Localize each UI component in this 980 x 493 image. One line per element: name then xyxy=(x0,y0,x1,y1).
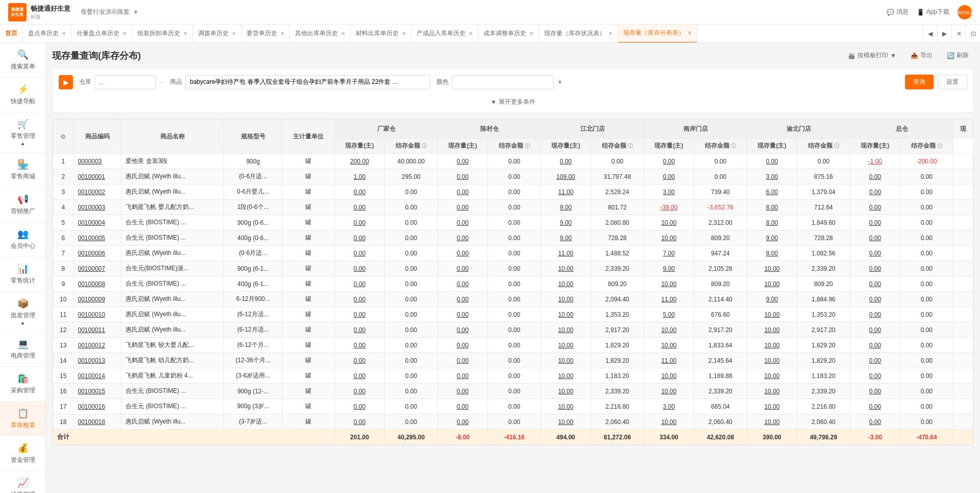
query-btn[interactable]: 查询 xyxy=(905,75,934,89)
cell-total-qty[interactable]: 0.00 xyxy=(850,261,900,276)
cell-yb-qty[interactable]: 10.00 xyxy=(747,261,797,276)
sidebar-item-4[interactable]: 📢 营销推广 xyxy=(0,187,45,222)
tab-close-icon[interactable]: ✕ xyxy=(232,31,236,36)
cell-jb-qty[interactable]: 10.00 xyxy=(541,399,591,414)
cell-cc-qty[interactable]: 0.00 xyxy=(438,184,487,200)
cell-yb-qty[interactable]: 0.00 xyxy=(747,154,797,169)
cell-code[interactable]: 00100007 xyxy=(74,261,121,276)
tab-close-icon[interactable]: ✕ xyxy=(469,31,473,36)
cell-yb-qty[interactable]: 10.00 xyxy=(747,399,797,414)
cell-cj-qty[interactable]: 0.00 xyxy=(335,184,384,200)
sidebar-item-6[interactable]: 📊 零售统计 xyxy=(0,257,45,292)
cell-na-qty[interactable]: 10.00 xyxy=(644,368,694,384)
jb-info[interactable]: ⓘ xyxy=(628,143,633,149)
cell-na-qty[interactable]: 10.00 xyxy=(644,322,694,338)
cell-cc-qty[interactable]: 0.00 xyxy=(438,307,487,322)
cj-info[interactable]: ⓘ xyxy=(422,143,427,149)
cell-yb-qty[interactable]: 8.00 xyxy=(747,200,797,215)
cell-code[interactable]: 00100016 xyxy=(74,399,121,414)
cell-total-qty[interactable]: 0.00 xyxy=(850,292,900,307)
cell-total-qty[interactable]: 0.00 xyxy=(850,215,900,230)
cell-total-qty[interactable]: 0.00 xyxy=(850,368,900,384)
cell-cc-qty[interactable]: 0.00 xyxy=(438,414,487,430)
cell-na-qty[interactable]: 10.00 xyxy=(644,230,694,246)
cell-jb-qty[interactable]: 11.00 xyxy=(541,246,591,261)
cell-code[interactable]: 00100006 xyxy=(74,246,121,261)
cell-yb-qty[interactable]: 6.00 xyxy=(747,184,797,200)
cell-jb-qty[interactable]: 9.00 xyxy=(541,230,591,246)
tab-close-icon[interactable]: ✕ xyxy=(402,31,406,36)
cell-jb-qty[interactable]: 10.00 xyxy=(541,353,591,368)
expand-conditions-btn[interactable]: ▼ 展开更多条件 xyxy=(491,98,535,106)
cell-code[interactable]: 00100012 xyxy=(74,338,121,353)
tab-close-icon[interactable]: ✕ xyxy=(183,31,187,36)
tab-tab1[interactable]: 盘点单历史✕ xyxy=(23,25,71,43)
col-gear[interactable]: ⚙ xyxy=(53,120,74,154)
cell-code[interactable]: 00100003 xyxy=(74,200,121,215)
cell-cj-qty[interactable]: 1.00 xyxy=(335,169,384,184)
tab-close-icon[interactable]: ✕ xyxy=(608,31,612,36)
cell-yb-qty[interactable]: 10.00 xyxy=(747,384,797,399)
cell-cj-qty[interactable]: 0.00 xyxy=(335,368,384,384)
cell-cc-qty[interactable]: 0.00 xyxy=(438,276,487,292)
tab-close-all-btn[interactable]: ✕ xyxy=(951,25,966,43)
tab-prev-btn[interactable]: ◀ xyxy=(923,25,937,43)
tab-next-btn[interactable]: ▶ xyxy=(937,25,951,43)
settings-btn[interactable]: 设置 xyxy=(938,75,967,89)
goods-input[interactable] xyxy=(185,75,430,89)
cell-cj-qty[interactable]: 0.00 xyxy=(335,230,384,246)
cell-cc-qty[interactable]: 0.00 xyxy=(438,154,487,169)
cell-code[interactable]: 00100002 xyxy=(74,184,121,200)
cell-total-qty[interactable]: -1.00 xyxy=(850,154,900,169)
cell-yb-qty[interactable]: 8.00 xyxy=(747,246,797,261)
cell-jb-qty[interactable]: 11.00 xyxy=(541,184,591,200)
cell-na-qty[interactable]: 10.00 xyxy=(644,215,694,230)
print-btn[interactable]: 🖨️ 按模板打印 ▼ xyxy=(843,49,901,62)
cell-cj-qty[interactable]: 0.00 xyxy=(335,414,384,430)
tab-tab3[interactable]: 组装拆卸单历史✕ xyxy=(132,25,193,43)
cell-jb-qty[interactable]: 10.00 xyxy=(541,338,591,353)
warehouse-dots[interactable]: ··· xyxy=(159,79,164,86)
cell-total-qty[interactable]: 0.00 xyxy=(850,276,900,292)
tab-tab11[interactable]: 现存量（库存分布表）✕ xyxy=(618,25,697,43)
cell-code[interactable]: 00100014 xyxy=(74,368,121,384)
cell-cj-qty[interactable]: 0.00 xyxy=(335,322,384,338)
sidebar-item-10[interactable]: 📋 库存核算 xyxy=(0,402,45,436)
cell-cj-qty[interactable]: 0.00 xyxy=(335,246,384,261)
tab-expand-btn[interactable]: ⊡ xyxy=(966,25,980,43)
cell-code[interactable]: 00100005 xyxy=(74,230,121,246)
cell-total-qty[interactable]: 0.00 xyxy=(850,384,900,399)
cell-jb-qty[interactable]: 10.00 xyxy=(541,414,591,430)
tab-close-icon[interactable]: ✕ xyxy=(529,31,533,36)
color-dropdown-icon[interactable]: ▼ xyxy=(557,79,563,86)
cell-jb-qty[interactable]: 10.00 xyxy=(541,384,591,399)
tab-home[interactable]: 首页 xyxy=(0,25,23,43)
cell-cc-qty[interactable]: 0.00 xyxy=(438,368,487,384)
tab-tab10[interactable]: 现存量（库存状况表）✕ xyxy=(539,25,618,43)
cell-yb-qty[interactable]: 10.00 xyxy=(747,368,797,384)
tab-close-icon[interactable]: ✕ xyxy=(280,31,284,36)
cell-jb-qty[interactable]: 109.00 xyxy=(541,169,591,184)
tab-close-icon[interactable]: ✕ xyxy=(341,31,345,36)
tab-tab5[interactable]: 要货单历史✕ xyxy=(241,25,290,43)
cell-cc-qty[interactable]: 0.00 xyxy=(438,215,487,230)
cell-total-qty[interactable]: 0.00 xyxy=(850,200,900,215)
cell-na-qty[interactable]: 5.00 xyxy=(644,307,694,322)
sidebar-item-12[interactable]: 📈 经营管理 xyxy=(0,471,45,493)
cell-cj-qty[interactable]: 0.00 xyxy=(335,276,384,292)
cell-total-qty[interactable]: 0.00 xyxy=(850,307,900,322)
cell-cc-qty[interactable]: 0.00 xyxy=(438,322,487,338)
cell-total-qty[interactable]: 0.00 xyxy=(850,246,900,261)
cell-cj-qty[interactable]: 0.00 xyxy=(335,384,384,399)
cell-code[interactable]: 00100004 xyxy=(74,215,121,230)
tab-close-icon[interactable]: ✕ xyxy=(62,31,66,36)
cell-yb-qty[interactable]: 8.00 xyxy=(747,215,797,230)
sidebar-item-5[interactable]: 👥 会员中心 xyxy=(0,222,45,257)
cell-yb-qty[interactable]: 10.00 xyxy=(747,322,797,338)
cell-na-qty[interactable]: 7.00 xyxy=(644,246,694,261)
cell-code[interactable]: 00100015 xyxy=(74,384,121,399)
cell-jb-qty[interactable]: 9.00 xyxy=(541,200,591,215)
cell-total-qty[interactable]: 0.00 xyxy=(850,353,900,368)
cell-cc-qty[interactable]: 0.00 xyxy=(438,246,487,261)
cell-cj-qty[interactable]: 0.00 xyxy=(335,292,384,307)
